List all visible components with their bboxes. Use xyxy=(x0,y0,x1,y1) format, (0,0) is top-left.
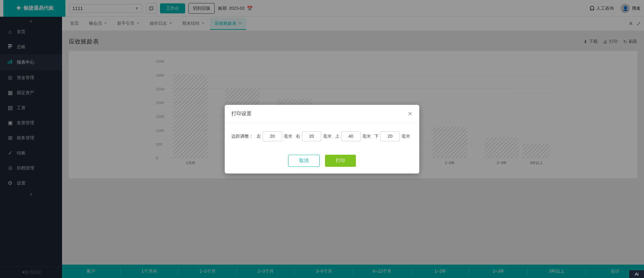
modal-footer: 取消 打印 xyxy=(225,149,419,173)
margin-left-unit: 毫米 xyxy=(284,133,292,139)
print-settings-modal: 打印设置 ✕ 边距调整： 左 毫米 右 毫米 上 毫米 xyxy=(225,105,419,173)
margin-top-unit: 毫米 xyxy=(362,133,371,139)
modal-close-button[interactable]: ✕ xyxy=(408,110,413,118)
margin-right-group: 右 毫米 xyxy=(296,131,332,141)
margin-row: 边距调整： 左 毫米 右 毫米 上 毫米 下 xyxy=(231,131,413,141)
margin-left-input[interactable] xyxy=(263,131,282,141)
print-confirm-button[interactable]: 打印 xyxy=(325,155,356,167)
margin-label: 边距调整： xyxy=(231,133,253,139)
margin-right-label: 右 xyxy=(296,133,300,139)
modal-body: 边距调整： 左 毫米 右 毫米 上 毫米 下 xyxy=(225,123,419,149)
cancel-button[interactable]: 取消 xyxy=(288,155,320,167)
margin-right-unit: 毫米 xyxy=(323,133,332,139)
modal-header: 打印设置 ✕ xyxy=(225,105,419,123)
margin-bottom-input[interactable] xyxy=(380,131,400,141)
margin-top-label: 上 xyxy=(335,133,339,139)
margin-top-group: 上 毫米 xyxy=(335,131,371,141)
modal-overlay: 打印设置 ✕ 边距调整： 左 毫米 右 毫米 上 毫米 xyxy=(0,0,644,278)
ai-label: Ai xyxy=(635,272,639,277)
ai-badge[interactable]: Ai xyxy=(629,270,644,278)
margin-bottom-unit: 毫米 xyxy=(401,133,410,139)
modal-title: 打印设置 xyxy=(231,111,252,117)
margin-top-input[interactable] xyxy=(341,131,361,141)
margin-left-label: 左 xyxy=(257,133,261,139)
margin-left-group: 左 毫米 xyxy=(257,131,292,141)
margin-bottom-group: 下 毫米 xyxy=(374,131,410,141)
margin-bottom-label: 下 xyxy=(374,133,379,139)
margin-right-input[interactable] xyxy=(302,131,321,141)
